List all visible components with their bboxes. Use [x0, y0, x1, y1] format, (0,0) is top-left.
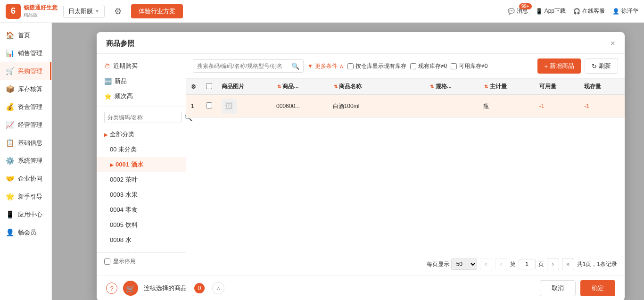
modal-footer: ? 🛒 连续选择的商品 0 ∧ 取消 确定 — [97, 275, 625, 300]
service-nav[interactable]: 🎧 在线客服 — [573, 7, 605, 15]
sales-icon: 📊 — [6, 49, 14, 58]
category-search-input[interactable] — [104, 112, 182, 123]
row-unit: 瓶 — [479, 95, 534, 118]
th-settings: ⚙ — [186, 79, 201, 95]
check-by-warehouse[interactable] — [347, 63, 354, 69]
sidebar-item-app-center[interactable]: 📱 应用中心 — [0, 206, 51, 224]
sort-icon-unit: ⇅ — [484, 84, 488, 89]
sidebar-item-guide[interactable]: 🌟 新手引导 — [0, 188, 51, 206]
sidebar-item-inventory[interactable]: 📦 库存核算 — [0, 80, 51, 98]
row-select-checkbox[interactable] — [206, 102, 212, 108]
th-unit[interactable]: ⇅ 主计量 — [479, 79, 534, 95]
settings-icon[interactable]: ⚙ — [191, 83, 196, 90]
sidebar-item-finance[interactable]: 💰 资金管理 — [0, 98, 51, 116]
trial-btn[interactable]: 体验行业方案 — [131, 4, 183, 18]
last-page-button[interactable]: » — [562, 258, 574, 270]
sidebar-item-system[interactable]: ⚙️ 系统管理 — [0, 152, 51, 170]
category-tree: ▶ 全部分类 00 未分类 ▶ 0001 酒水 0002 茶叶 — [97, 127, 186, 252]
th-stock: 现存量 — [579, 79, 625, 95]
help-icon[interactable]: ? — [106, 283, 117, 294]
collapse-footer-button[interactable]: ∧ — [212, 282, 224, 294]
category-0001[interactable]: ▶ 0001 酒水 — [97, 157, 186, 172]
sidebar-item-home[interactable]: 🏠 首页 — [0, 26, 51, 44]
category-00[interactable]: 00 未分类 — [97, 142, 186, 157]
check-current-stock-label[interactable]: 现有库存≠0 — [410, 62, 447, 70]
recent-buy-item[interactable]: ⏱ 近期购买 — [97, 58, 186, 74]
check-available-stock[interactable] — [451, 63, 457, 69]
th-image: 商品图片 — [217, 79, 272, 95]
main-layout: 🏠 首页 📊 销售管理 🛒 采购管理 📦 库存核算 💰 资金管理 📈 经营管理 … — [0, 23, 644, 300]
footer-right: 取消 确定 — [540, 280, 615, 296]
row-code: 000600... — [272, 95, 328, 118]
table-head: ⚙ 商品图片 ⇅ — [186, 79, 625, 95]
category-0002[interactable]: 0002 茶叶 — [97, 172, 186, 187]
show-disabled-checkbox[interactable] — [104, 258, 110, 265]
plus-icon: + — [544, 63, 548, 70]
check-current-stock[interactable] — [410, 63, 416, 69]
message-icon: 💬 — [508, 8, 515, 15]
cart-button[interactable]: 🛒 — [123, 281, 138, 296]
store-selector[interactable]: 日太阳膜 ▼ — [63, 5, 105, 18]
more-filters-button[interactable]: ▼ 更多条件 ∧ — [307, 62, 344, 70]
product-search-button[interactable]: 🔍 — [288, 60, 303, 72]
category-all[interactable]: ▶ 全部分类 — [97, 127, 186, 142]
category-0010[interactable]: 0010 家电 — [97, 248, 186, 252]
filter-arrow-icon: ∧ — [339, 63, 344, 69]
logo[interactable]: 6 畅捷通好生意 精品版 — [6, 4, 58, 19]
guide-icon: 🌟 — [6, 192, 14, 201]
modal-title: 商品参照 — [106, 39, 134, 48]
modal-body: ⏱ 近期购买 🆕 新品 ⭐ 频次高 🔍 — [97, 54, 625, 275]
th-spec[interactable]: ⇅ 规格... — [424, 79, 479, 95]
info-icon: 📋 — [6, 139, 14, 147]
page-number-input[interactable] — [519, 259, 536, 269]
right-panel: 🔍 ▼ 更多条件 ∧ 按仓库显示现有库存 — [186, 54, 625, 275]
table-row[interactable]: 1 🖼 000600... 白酒100ml — [186, 95, 625, 118]
sidebar-item-sales[interactable]: 📊 销售管理 — [0, 44, 51, 62]
sidebar-item-collab[interactable]: 🤝 企业协同 — [0, 170, 51, 188]
confirm-button[interactable]: 确定 — [580, 280, 615, 296]
row-stock: -1 — [579, 95, 625, 118]
message-nav[interactable]: 💬 消息 99+ — [508, 7, 528, 15]
check-by-warehouse-label[interactable]: 按仓库显示现有库存 — [347, 62, 406, 70]
sidebar-item-member[interactable]: 👤 畅会员 — [0, 224, 51, 242]
new-product-item[interactable]: 🆕 新品 — [97, 74, 186, 89]
gear-icon[interactable]: ⚙ — [110, 4, 125, 19]
th-code[interactable]: ⇅ 商品... — [272, 79, 328, 95]
category-0003[interactable]: 0003 水果 — [97, 187, 186, 202]
sidebar-item-operations[interactable]: 📈 经营管理 — [0, 116, 51, 134]
top-nav: 6 畅捷通好生意 精品版 日太阳膜 ▼ ⚙ 体验行业方案 💬 消息 99+ 📱 … — [0, 0, 644, 23]
app-download-nav[interactable]: 📱 App下载 — [536, 7, 566, 15]
category-0005[interactable]: 0005 饮料 — [97, 217, 186, 233]
select-all-checkbox[interactable] — [206, 83, 212, 89]
cart-count: 0 — [194, 283, 205, 293]
message-badge: 99+ — [519, 3, 532, 9]
cart-label: 连续选择的商品 — [144, 284, 187, 292]
next-page-button[interactable]: › — [547, 258, 559, 270]
sidebar-item-purchase[interactable]: 🛒 采购管理 — [0, 62, 51, 80]
category-0004[interactable]: 0004 零食 — [97, 202, 186, 217]
add-product-button[interactable]: + 新增商品 — [537, 58, 581, 74]
refresh-button[interactable]: ↻ 刷新 — [585, 58, 618, 74]
th-name[interactable]: ⇅ 商品名称 — [328, 79, 425, 95]
arrow-right-icon: ▶ — [104, 132, 108, 137]
row-num: 1 — [186, 95, 201, 118]
sort-icon: ⇅ — [277, 84, 281, 89]
product-search-input[interactable] — [193, 60, 288, 72]
user-nav[interactable]: 👤 徐泽华 — [612, 7, 638, 15]
modal-close-button[interactable]: × — [610, 39, 615, 49]
logo-text: 畅捷通好生意 精品版 — [24, 4, 58, 18]
freq-high-item[interactable]: ⭐ 频次高 — [97, 89, 186, 104]
cancel-button[interactable]: 取消 — [540, 280, 576, 296]
collab-icon: 🤝 — [6, 175, 14, 183]
product-toolbar: 🔍 ▼ 更多条件 ∧ 按仓库显示现有库存 — [186, 54, 625, 79]
row-name: 白酒100ml — [328, 95, 425, 118]
prev-page-button[interactable]: ‹ — [495, 258, 507, 270]
per-page-dropdown[interactable]: 10 20 50 100 — [451, 258, 477, 270]
toolbar-right: + 新增商品 ↻ 刷新 — [537, 58, 618, 74]
first-page-button[interactable]: « — [480, 258, 492, 270]
new-icon: 🆕 — [104, 78, 112, 85]
category-0008[interactable]: 0008 水 — [97, 233, 186, 248]
table-body: 1 🖼 000600... 白酒100ml — [186, 95, 625, 118]
sidebar-item-basic-info[interactable]: 📋 基础信息 — [0, 134, 51, 152]
check-available-stock-label[interactable]: 可用库存≠0 — [451, 62, 487, 70]
